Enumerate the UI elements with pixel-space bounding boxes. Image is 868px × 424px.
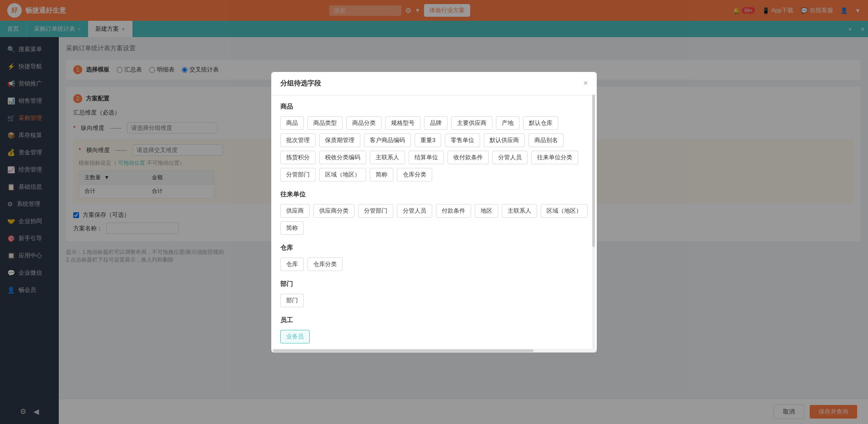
dialog-close-btn[interactable]: ×: [584, 80, 588, 87]
field-tag-tax-code[interactable]: 税收分类编码: [319, 151, 366, 164]
dialog-vscrollbar-thumb[interactable]: [592, 95, 595, 247]
field-group-product-title: 商品: [280, 103, 588, 111]
field-tag-warehouse-category[interactable]: 仓库分类: [397, 168, 432, 181]
field-group-warehouse-title: 仓库: [280, 244, 588, 252]
dialog-header: 分组待选字段 ×: [271, 72, 597, 95]
field-tag-default-warehouse[interactable]: 默认仓库: [523, 116, 558, 130]
field-tag-unit-category[interactable]: 往来单位分类: [531, 151, 578, 164]
field-tags-product: 商品 商品类型 商品分类 规格型号 品牌 主要供应商 产地 默认仓库 批次管理 …: [280, 116, 588, 181]
field-group-counterparty-title: 往来单位: [280, 191, 588, 199]
field-group-department-title: 部门: [280, 280, 588, 288]
field-tag-pick-score[interactable]: 拣货积分: [280, 151, 316, 164]
field-tags-employee: 业务员: [280, 330, 588, 343]
dialog-body: 商品 商品 商品类型 商品分类 规格型号 品牌 主要供应商 产地 默认仓库 批次…: [271, 95, 597, 349]
field-group-department: 部门 部门: [280, 280, 588, 307]
field-tag-supplier-category[interactable]: 供应商分类: [313, 204, 354, 218]
field-tag-short2[interactable]: 简称: [280, 221, 304, 235]
field-tag-dept2[interactable]: 分管部门: [358, 204, 393, 218]
field-tag-supplier[interactable]: 供应商: [280, 204, 310, 218]
field-tag-customer-code[interactable]: 客户商品编码: [364, 133, 411, 147]
dialog-overlay: 分组待选字段 × 商品 商品 商品类型 商品分类 规格型号 品牌 主要供应商 产…: [0, 0, 868, 424]
dialog-title: 分组待选字段: [280, 79, 321, 88]
field-tag-product-category[interactable]: 商品分类: [346, 116, 382, 130]
field-group-warehouse: 仓库 仓库 仓库分类: [280, 244, 588, 271]
field-tag-default-supplier[interactable]: 默认供应商: [484, 133, 525, 147]
field-tag-region2[interactable]: 地区: [475, 204, 498, 218]
field-tag-settlement-unit[interactable]: 结算单位: [409, 151, 444, 164]
field-group-employee: 员工 业务员: [280, 316, 588, 343]
field-tag-quality[interactable]: 保质期管理: [319, 133, 360, 147]
field-tag-main-contact2[interactable]: 主联系人: [502, 204, 537, 218]
field-tag-main-contact[interactable]: 主联系人: [370, 151, 405, 164]
field-tag-payment-cond[interactable]: 付款条件: [436, 204, 471, 218]
field-tags-department: 部门: [280, 294, 588, 307]
field-tag-product[interactable]: 商品: [280, 116, 304, 130]
field-tag-retail-unit[interactable]: 零售单位: [445, 133, 480, 147]
field-tag-warehouse[interactable]: 仓库: [280, 257, 304, 271]
dialog-vscrollbar[interactable]: [592, 95, 595, 349]
field-tag-weight[interactable]: 重量3: [415, 133, 441, 147]
field-tag-batch[interactable]: 批次管理: [280, 133, 316, 147]
field-group-counterparty: 往来单位 供应商 供应商分类 分管部门 分管人员 付款条件 地区 主联系人 区域…: [280, 191, 588, 235]
field-tags-warehouse: 仓库 仓库分类: [280, 257, 588, 271]
field-tag-payment-terms[interactable]: 收付款条件: [448, 151, 489, 164]
field-tag-salesperson[interactable]: 业务员: [280, 330, 310, 343]
field-tag-manager[interactable]: 分管人员: [492, 151, 528, 164]
field-tag-brand[interactable]: 品牌: [424, 116, 448, 130]
field-tag-department[interactable]: 部门: [280, 294, 304, 307]
field-tag-region3[interactable]: 区域（地区）: [541, 204, 588, 218]
field-tag-product-type[interactable]: 商品类型: [307, 116, 343, 130]
field-tags-counterparty: 供应商 供应商分类 分管部门 分管人员 付款条件 地区 主联系人 区域（地区） …: [280, 204, 588, 235]
field-tag-alias[interactable]: 商品别名: [528, 133, 564, 147]
field-select-dialog: 分组待选字段 × 商品 商品 商品类型 商品分类 规格型号 品牌 主要供应商 产…: [271, 72, 597, 353]
field-tag-main-supplier[interactable]: 主要供应商: [451, 116, 492, 130]
field-tag-origin[interactable]: 产地: [496, 116, 519, 130]
field-group-employee-title: 员工: [280, 316, 588, 324]
field-group-product: 商品 商品 商品类型 商品分类 规格型号 品牌 主要供应商 产地 默认仓库 批次…: [280, 103, 588, 181]
field-tag-region[interactable]: 区域（地区）: [319, 168, 366, 181]
dialog-hscrollbar-thumb[interactable]: [273, 349, 533, 352]
dialog-hscrollbar[interactable]: [271, 349, 597, 353]
field-tag-manager2[interactable]: 分管人员: [397, 204, 432, 218]
field-tag-short-name[interactable]: 简称: [370, 168, 393, 181]
field-tag-spec[interactable]: 规格型号: [385, 116, 420, 130]
field-tag-dept[interactable]: 分管部门: [280, 168, 316, 181]
field-tag-warehouse-cat[interactable]: 仓库分类: [307, 257, 343, 271]
